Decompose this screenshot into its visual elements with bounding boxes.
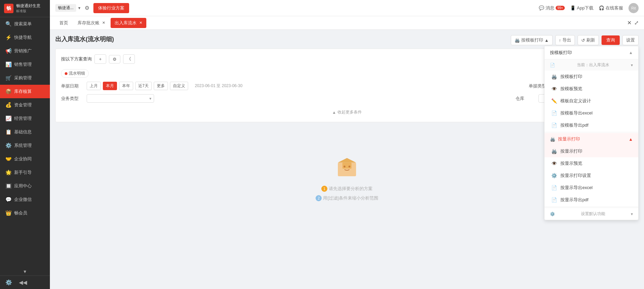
item-label: 按显示打印设置 — [560, 173, 591, 179]
account-name[interactable]: 畅捷通... — [55, 4, 76, 12]
dropdown-footer-divider — [545, 207, 638, 207]
user-avatar[interactable]: Rit — [628, 3, 639, 13]
sidebar-item-marketing[interactable]: 📢 营销推广 — [0, 44, 50, 58]
sidebar-item-wechat[interactable]: 💬 企业微信 — [0, 193, 50, 206]
dropdown-item-template-print[interactable]: 🖨️ 按模板打印 — [545, 71, 638, 83]
dropdown-item-display-excel[interactable]: 📄 按显示导出excel — [545, 182, 638, 194]
settings-btn[interactable]: 设置 — [622, 35, 639, 45]
collapse-icon: ▲ — [332, 110, 336, 115]
nav-label-search: 搜索菜单 — [14, 21, 32, 27]
dropdown-item-display-preview[interactable]: 👁️ 按显示预览 — [545, 157, 638, 169]
dropdown-item-template-pdf[interactable]: 📄 按模板导出pdf — [545, 119, 638, 131]
nav-icon-quicknav: ⚡ — [5, 34, 11, 41]
collapse-filter-btn[interactable]: 《 — [123, 54, 135, 64]
user-name: Rit — [631, 6, 636, 10]
step2-num: 2 — [316, 195, 322, 201]
top-header: 畅捷通... ▾ ⚙ 体验行业方案 💬 消息 99+ 📱 App下载 🎧 在线客… — [50, 0, 644, 16]
date-btn-7days[interactable]: 近7天 — [135, 82, 152, 90]
dropdown-item-template-preview[interactable]: 👁️ 按模板预览 — [545, 83, 638, 95]
item-label: 按模板预览 — [560, 86, 582, 92]
dropdown-item-display-pdf[interactable]: 📄 按显示导出pdf — [545, 194, 638, 206]
date-btn-custom[interactable]: 自定义 — [170, 82, 188, 90]
collapse-sidebar-icon[interactable]: ◀◀ — [19, 279, 27, 286]
tab-flow[interactable]: 出入库流水 ✕ — [111, 18, 146, 28]
print-icon: 🖨️ — [515, 38, 520, 43]
nav-label-member: 畅会员 — [14, 210, 27, 216]
tab-batch[interactable]: 库存批次账 ✕ — [74, 18, 109, 28]
tab-maximize-btn[interactable]: ⤢ — [634, 20, 639, 26]
item-icon: ✏️ — [551, 98, 557, 104]
refresh-btn[interactable]: ↺ 刷新 — [578, 35, 599, 45]
logo-name: 畅捷通好生意 — [16, 3, 40, 9]
page-content: 出入库流水(流水明细) 按以下方案查询 ＋ ⚙ 《 流水明细 单据日期 — [50, 30, 644, 289]
dropdown-item-display-settings[interactable]: ⚙️ 按显示打印设置 — [545, 169, 638, 182]
dropdown-header: 按模板打印 ▲ — [545, 46, 638, 59]
sidebar-item-basic[interactable]: 📋 基础信息 — [0, 125, 50, 139]
sidebar-item-purchase[interactable]: 🛒 采购管理 — [0, 71, 50, 85]
tab-batch-label: 库存批次账 — [78, 20, 99, 26]
empty-icon — [332, 152, 362, 182]
dropdown-display-section[interactable]: 🖨️ 按显示打印 ▲ — [545, 133, 638, 145]
dropdown-item-template-custom[interactable]: ✏️ 模板自定义设计 — [545, 95, 638, 107]
print-chevron-up: ▲ — [545, 38, 549, 43]
nav-icon-purchase: 🛒 — [5, 75, 11, 81]
add-filter-btn[interactable]: ＋ — [94, 54, 106, 64]
sidebar-item-collab[interactable]: 🤝 企业协同 — [0, 152, 50, 166]
item-label: 按模板导出pdf — [560, 122, 588, 128]
sidebar-item-finance[interactable]: 💰 资金管理 — [0, 98, 50, 112]
biz-type-select[interactable] — [87, 94, 154, 103]
tab-batch-close[interactable]: ✕ — [102, 21, 105, 25]
tabs-bar: 首页 库存批次账 ✕ 出入库流水 ✕ ✕ ⤢ — [50, 16, 644, 30]
sidebar-item-search[interactable]: 🔍 搜索菜单 — [0, 17, 50, 31]
nav-icon-finance: 💰 — [5, 102, 11, 108]
sidebar-item-sales[interactable]: 📊 销售管理 — [0, 58, 50, 71]
sidebar-item-inventory[interactable]: 📦 库存核算 — [0, 85, 50, 98]
item-icon: 👁️ — [551, 161, 557, 166]
top-right-actions: 🖨️ 按模板打印 ▲ ↑ 导出 ↺ 刷新 查询 设置 — [511, 35, 639, 45]
active-filter-tag[interactable]: 流水明细 — [61, 69, 89, 78]
date-btn-last-month[interactable]: 上月 — [87, 82, 101, 90]
active-tag-label: 流水明细 — [69, 71, 85, 76]
dropdown-title: 按模板打印 — [550, 50, 572, 56]
sidebar-nav: 🔍 搜索菜单⚡ 快捷导航📢 营销推广📊 销售管理🛒 采购管理📦 库存核算💰 资金… — [0, 17, 50, 268]
nav-label-quicknav: 快捷导航 — [14, 34, 32, 41]
dropdown-item-display-print[interactable]: 🖨️ 按显示打印 — [545, 145, 638, 157]
account-dropdown-icon[interactable]: ▾ — [78, 5, 81, 10]
item-label: 按显示导出pdf — [560, 197, 588, 203]
tab-home[interactable]: 首页 — [55, 18, 72, 28]
nav-label-wechat: 企业微信 — [14, 196, 32, 203]
empty-step1: 1 请先选择要分析的方案 — [321, 186, 373, 192]
dropdown-item-template-excel[interactable]: 📄 按模板导出excel — [545, 107, 638, 119]
date-label: 单据日期 — [61, 83, 81, 89]
date-btn-current-year[interactable]: 本年 — [119, 82, 133, 90]
dropdown-footer[interactable]: ⚙️ 设置默认功能 ▾ — [545, 208, 638, 220]
current-label: 当前：出入库流水 — [577, 62, 609, 68]
filter-settings-btn[interactable]: ⚙ — [109, 55, 120, 63]
sidebar-item-appCenter[interactable]: 🔲 应用中心 — [0, 179, 50, 193]
header-settings-icon[interactable]: ⚙ — [85, 5, 89, 11]
print-template-label: 按模板打印 — [521, 37, 543, 43]
tab-flow-close[interactable]: ✕ — [139, 21, 142, 25]
nav-label-inventory: 库存核算 — [14, 88, 32, 95]
trial-button[interactable]: 体验行业方案 — [93, 3, 129, 13]
settings-icon[interactable]: ⚙️ — [5, 279, 12, 286]
app-download-button[interactable]: 📱 App下载 — [570, 5, 593, 11]
sidebar-item-quicknav[interactable]: ⚡ 快捷导航 — [0, 31, 50, 44]
messages-button[interactable]: 💬 消息 99+ — [539, 5, 565, 11]
query-btn[interactable]: 查询 — [602, 35, 620, 45]
export-btn[interactable]: ↑ 导出 — [555, 35, 575, 45]
nav-icon-marketing: 📢 — [5, 48, 11, 54]
online-service-button[interactable]: 🎧 在线客服 — [599, 5, 623, 11]
query-label: 按以下方案查询 — [61, 56, 92, 62]
export-label: 导出 — [562, 37, 571, 43]
sidebar-item-member[interactable]: 👑 畅会员 — [0, 206, 50, 220]
print-template-btn[interactable]: 🖨️ 按模板打印 ▲ — [511, 35, 553, 45]
sidebar-item-ops[interactable]: 📈 经营管理 — [0, 112, 50, 125]
date-btn-current-month[interactable]: 本月 — [103, 82, 117, 90]
sidebar-item-system[interactable]: ⚙️ 系统管理 — [0, 139, 50, 152]
sidebar-scroll-down[interactable]: ▼ — [0, 268, 50, 275]
tab-close-window-btn[interactable]: ✕ — [627, 20, 632, 26]
dropdown-collapse-icon[interactable]: ▲ — [629, 50, 633, 55]
sidebar-item-guide[interactable]: 🌟 新手引导 — [0, 166, 50, 179]
date-btn-more[interactable]: 更多 — [154, 82, 168, 90]
